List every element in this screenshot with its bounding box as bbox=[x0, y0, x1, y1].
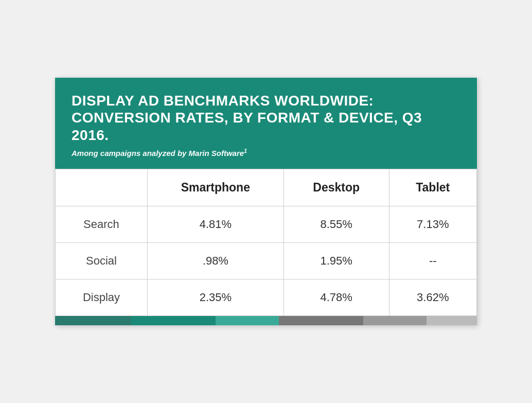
footer-segment-4 bbox=[279, 316, 363, 325]
row-social-tablet: -- bbox=[389, 243, 476, 279]
table-row: Social .98% 1.95% -- bbox=[56, 243, 477, 279]
table-header-row: Smartphone Desktop Tablet bbox=[56, 169, 477, 206]
row-search-desktop: 8.55% bbox=[283, 206, 389, 243]
card-container: DISPLAY AD BENCHMARKS WORLDWIDE: CONVERS… bbox=[55, 78, 477, 326]
data-table: Smartphone Desktop Tablet Search 4.81% 8… bbox=[55, 169, 477, 316]
table-row: Search 4.81% 8.55% 7.13% bbox=[56, 206, 477, 243]
row-social-desktop: 1.95% bbox=[283, 243, 389, 279]
row-search-smartphone: 4.81% bbox=[147, 206, 283, 243]
col-header-empty bbox=[56, 169, 148, 206]
footer-segment-6 bbox=[427, 316, 477, 325]
row-display-tablet: 3.62% bbox=[389, 279, 476, 316]
table-wrapper: Smartphone Desktop Tablet Search 4.81% 8… bbox=[55, 169, 477, 316]
header-title: DISPLAY AD BENCHMARKS WORLDWIDE: CONVERS… bbox=[72, 92, 460, 144]
footer-bar bbox=[55, 316, 477, 325]
col-header-desktop: Desktop bbox=[283, 169, 389, 206]
footer-segment-3 bbox=[216, 316, 279, 325]
row-display-smartphone: 2.35% bbox=[147, 279, 283, 316]
row-label-search: Search bbox=[56, 206, 148, 243]
row-search-tablet: 7.13% bbox=[389, 206, 476, 243]
header: DISPLAY AD BENCHMARKS WORLDWIDE: CONVERS… bbox=[55, 78, 477, 169]
row-label-display: Display bbox=[56, 279, 148, 316]
col-header-smartphone: Smartphone bbox=[147, 169, 283, 206]
col-header-tablet: Tablet bbox=[389, 169, 476, 206]
header-subtitle: Among campaigns analyzed by Marin Softwa… bbox=[72, 148, 460, 157]
footer-segment-2 bbox=[131, 316, 216, 325]
row-display-desktop: 4.78% bbox=[283, 279, 389, 316]
row-social-smartphone: .98% bbox=[147, 243, 283, 279]
footer-segment-5 bbox=[363, 316, 427, 325]
footer-segment-1 bbox=[55, 316, 131, 325]
row-label-social: Social bbox=[56, 243, 148, 279]
table-row: Display 2.35% 4.78% 3.62% bbox=[56, 279, 477, 316]
